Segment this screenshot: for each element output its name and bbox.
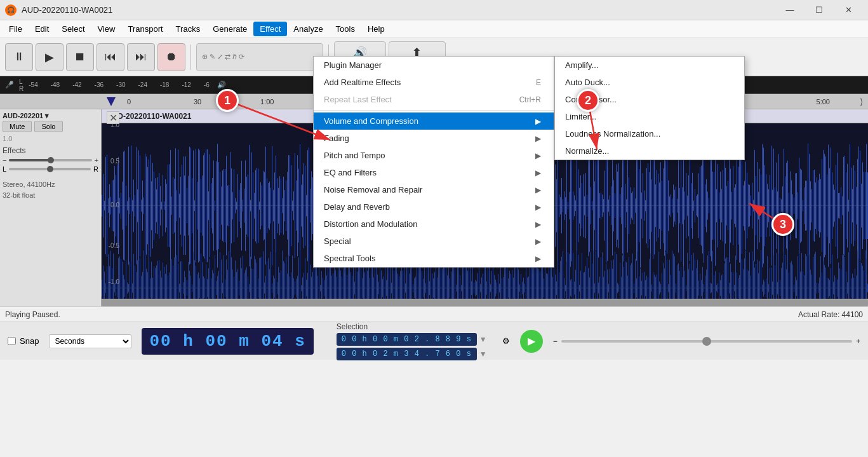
status-bar: Playing Paused. Actual Rate: 44100: [0, 306, 868, 322]
menu-edit[interactable]: Edit: [29, 22, 55, 36]
menu-view[interactable]: View: [91, 22, 122, 36]
solo-button[interactable]: Solo: [34, 121, 62, 132]
stop-button[interactable]: ⏹: [66, 43, 94, 71]
snap-checkbox[interactable]: [8, 337, 16, 345]
gain-plus[interactable]: +: [95, 156, 98, 164]
repeat-last-label: Repeat Last Effect: [324, 95, 392, 104]
menu-file[interactable]: File: [3, 22, 29, 36]
scrollbar-thumb[interactable]: [102, 299, 868, 306]
menu-effect[interactable]: Effect: [253, 22, 287, 36]
gain-row: − +: [3, 156, 98, 164]
timeline-marker-1min: 1:00: [260, 98, 274, 106]
effect-menu: Plugin Manager Add Realtime Effects E Re…: [313, 56, 554, 268]
special-item[interactable]: Special ▶: [314, 233, 554, 250]
timeline-marker-30: 30: [194, 98, 201, 106]
speed-plus[interactable]: +: [856, 337, 860, 346]
plugin-manager-item[interactable]: Plugin Manager: [314, 57, 554, 74]
pitch-tempo-arrow: ▶: [535, 151, 541, 160]
selection-start-arrow[interactable]: ▼: [479, 335, 487, 344]
track-close-button[interactable]: ✕: [107, 111, 119, 124]
delay-reverb-item[interactable]: Delay and Reverb ▶: [314, 198, 554, 215]
pan-l-label: L: [3, 165, 6, 173]
time-display: 00 h 00 m 04 s: [142, 328, 313, 355]
playing-status: Playing Paused.: [5, 310, 60, 319]
add-realtime-item[interactable]: Add Realtime Effects E: [314, 74, 554, 91]
snap-label[interactable]: Snap: [20, 336, 39, 346]
add-realtime-shortcut: E: [536, 78, 541, 87]
fading-item[interactable]: Fading ▶: [314, 130, 554, 147]
pause-button[interactable]: ⏸: [5, 43, 33, 71]
lr-label: LR: [19, 78, 23, 92]
timeline-marker-0: 0: [127, 98, 131, 106]
eq-filters-item[interactable]: EQ and Filters ▶: [314, 164, 554, 181]
annotation-2: 2: [577, 89, 599, 112]
minimize-button[interactable]: —: [775, 0, 805, 20]
selection-start-time: 0 0 h 0 0 m 0 2 . 8 8 9 s: [337, 333, 477, 346]
selection-label: Selection: [337, 322, 487, 331]
app-icon: 🎧: [5, 4, 17, 16]
maximize-button[interactable]: ☐: [805, 0, 834, 20]
speed-slider[interactable]: [561, 340, 852, 343]
normalize-item[interactable]: Normalize...: [555, 142, 744, 160]
menu-transport[interactable]: Transport: [121, 22, 169, 36]
title-bar: 🎧 AUD-20220110-WA0021 — ☐ ✕: [0, 0, 868, 20]
distortion-label: Distortion and Modulation: [324, 219, 417, 229]
actual-rate: Actual Rate: 44100: [798, 310, 863, 319]
noise-removal-arrow: ▶: [535, 186, 541, 194]
speed-knob[interactable]: [702, 337, 711, 346]
menu-divider-1: [314, 110, 554, 111]
pan-slider-knob[interactable]: [47, 166, 53, 172]
add-realtime-label: Add Realtime Effects: [324, 78, 401, 87]
menu-tracks[interactable]: Tracks: [170, 22, 207, 36]
selection-settings-icon[interactable]: ⚙: [502, 336, 510, 346]
amplify-item[interactable]: Amplify...: [555, 57, 744, 74]
selection-end-arrow[interactable]: ▼: [479, 350, 487, 358]
spectral-tools-item[interactable]: Spectral Tools ▶: [314, 250, 554, 267]
record-button[interactable]: ⏺: [157, 43, 185, 71]
pitch-tempo-item[interactable]: Pitch and Tempo ▶: [314, 147, 554, 164]
special-label: Special: [324, 236, 351, 246]
auto-duck-label: Auto Duck...: [565, 78, 610, 87]
time-format-select[interactable]: Seconds Samples hh:mm:ss+milliseconds: [49, 334, 131, 348]
play-button[interactable]: ▶: [36, 43, 63, 71]
eq-filters-label: EQ and Filters: [324, 168, 377, 177]
gain-slider-knob[interactable]: [48, 157, 54, 163]
level-labels: -54 -48 -42 -36 -30 -24 -18 -12 -6: [29, 81, 210, 88]
gain-label: 1.0: [3, 135, 12, 142]
special-arrow: ▶: [535, 237, 541, 246]
menu-generate[interactable]: Generate: [206, 22, 253, 36]
track-controls: Mute Solo: [3, 121, 98, 132]
tool-selector[interactable]: ⊕ ✎ ⤢ ⇄ ℏ ⟳: [196, 43, 323, 71]
selection-end-time: 0 0 h 0 2 m 3 4 . 7 6 0 s: [337, 348, 477, 360]
amplify-label: Amplify...: [565, 60, 599, 70]
fading-label: Fading: [324, 133, 349, 143]
repeat-last-item[interactable]: Repeat Last Effect Ctrl+R: [314, 91, 554, 108]
volume-compression-item[interactable]: Volume and Compression ▶: [314, 113, 554, 130]
auto-duck-item[interactable]: Auto Duck...: [555, 74, 744, 91]
gain-minus[interactable]: −: [3, 156, 6, 164]
skip-fwd-button[interactable]: ⏭: [127, 43, 155, 71]
repeat-last-shortcut: Ctrl+R: [519, 95, 541, 104]
menu-select[interactable]: Select: [55, 22, 91, 36]
menu-analyze[interactable]: Analyze: [287, 22, 329, 36]
skip-back-button[interactable]: ⏮: [97, 43, 124, 71]
play-button-bottom[interactable]: ▶: [520, 330, 543, 353]
eq-filters-arrow: ▶: [535, 168, 541, 177]
noise-removal-item[interactable]: Noise Removal and Repair ▶: [314, 181, 554, 198]
delay-reverb-arrow: ▶: [535, 203, 541, 212]
distortion-arrow: ▶: [535, 220, 541, 229]
track-header-label: AUD-202201▼: [3, 112, 50, 119]
window-controls: — ☐ ✕: [775, 0, 863, 20]
speed-minus[interactable]: −: [553, 337, 558, 346]
loudness-normalization-item[interactable]: Loudness Normalization...: [555, 125, 744, 142]
mute-button[interactable]: Mute: [3, 121, 32, 132]
speaker-level-icon: 🔊: [217, 81, 226, 89]
volume-compression-arrow: ▶: [535, 117, 541, 126]
snap-row: Snap: [8, 336, 39, 346]
spectral-tools-arrow: ▶: [535, 254, 541, 263]
close-button[interactable]: ✕: [834, 0, 863, 20]
menu-tools[interactable]: Tools: [330, 22, 361, 36]
horizontal-scrollbar[interactable]: [102, 299, 868, 306]
distortion-item[interactable]: Distortion and Modulation ▶: [314, 215, 554, 233]
menu-help[interactable]: Help: [361, 22, 391, 36]
